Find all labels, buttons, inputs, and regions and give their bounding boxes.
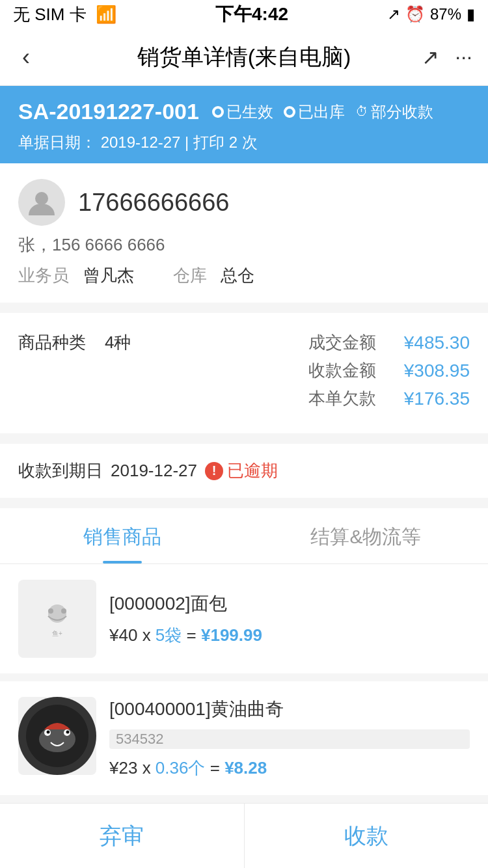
product-img-1: 鱼+ bbox=[18, 580, 96, 658]
svg-point-0 bbox=[35, 192, 48, 205]
customer-section: 17666666666 张，156 6666 6666 业务员 曾凡杰 仓库 总… bbox=[0, 163, 488, 303]
warehouse-item: 仓库 总仓 bbox=[173, 264, 255, 287]
nav-bar: ‹ 销货单详情(来自电脑) ↗︎ ··· bbox=[0, 29, 488, 86]
summary-grid: 商品种类 4种 成交金额 ¥485.30 收款金额 ¥308.95 本单欠款 ¥… bbox=[18, 331, 470, 415]
cancel-button[interactable]: 弃审 bbox=[0, 804, 245, 868]
product-qty-2: 0.36个 bbox=[156, 758, 206, 778]
overdue-text: 已逾期 bbox=[227, 459, 278, 482]
tab-sales-products[interactable]: 销售商品 bbox=[0, 508, 244, 563]
owed-row: 本单欠款 ¥176.35 bbox=[308, 387, 470, 410]
salesperson-item: 业务员 曾凡杰 bbox=[18, 264, 134, 287]
product-img-2 bbox=[18, 697, 96, 775]
banner-date-info: 单据日期： 2019-12-27 | 打印 2 次 bbox=[18, 132, 470, 153]
svg-point-9 bbox=[47, 731, 50, 734]
status-time: 下午4:42 bbox=[215, 2, 288, 27]
due-label: 收款到期日 bbox=[18, 459, 103, 482]
bottom-bar: 弃审 收款 bbox=[0, 803, 488, 868]
alarm-icon: ⏰ bbox=[405, 5, 425, 23]
product-price-1: ¥40 x 5袋 = ¥199.99 bbox=[109, 624, 470, 647]
product-total-1: ¥199.99 bbox=[201, 625, 262, 645]
svg-point-6 bbox=[39, 726, 75, 752]
back-button[interactable]: ‹ bbox=[16, 37, 36, 77]
avatar-icon bbox=[26, 187, 57, 218]
share-icon[interactable]: ↗︎ bbox=[422, 45, 439, 70]
due-section: 收款到期日 2019-12-27 ! 已逾期 bbox=[0, 444, 488, 498]
summary-section: 商品种类 4种 成交金额 ¥485.30 收款金额 ¥308.95 本单欠款 ¥… bbox=[0, 313, 488, 433]
product-qty-1: 5袋 bbox=[156, 625, 182, 645]
amount-row: 成交金额 ¥485.30 bbox=[308, 331, 470, 354]
customer-name: 17666666666 bbox=[78, 189, 229, 217]
confirm-button[interactable]: 收款 bbox=[245, 804, 489, 868]
badge-effective: 已生效 bbox=[212, 102, 273, 122]
product-2-icon bbox=[25, 703, 90, 768]
avatar bbox=[18, 179, 65, 226]
battery-level: 87% bbox=[430, 5, 461, 23]
customer-meta: 业务员 曾凡杰 仓库 总仓 bbox=[18, 264, 470, 287]
svg-point-3 bbox=[61, 608, 66, 614]
product-info-1: [0000002]面包 ¥40 x 5袋 = ¥199.99 bbox=[109, 580, 470, 658]
location-icon: ↗ bbox=[387, 5, 400, 23]
order-id: SA-20191227-001 bbox=[18, 99, 199, 124]
status-bar: 无 SIM 卡 📶 下午4:42 ↗ ⏰ 87% ▮ bbox=[0, 0, 488, 29]
header-banner: SA-20191227-001 已生效 已出库 ⏱ 部分收款 单据日期： 201… bbox=[0, 86, 488, 163]
product-placeholder-icon: 鱼+ bbox=[31, 593, 83, 645]
status-left: 无 SIM 卡 📶 bbox=[13, 3, 116, 26]
customer-sub: 张，156 6666 6666 bbox=[18, 234, 470, 256]
badge-shipped: 已出库 bbox=[284, 102, 345, 122]
status-right: ↗ ⏰ 87% ▮ bbox=[387, 5, 475, 23]
svg-point-10 bbox=[66, 731, 70, 734]
product-item-2: [000400001]黄油曲奇 534532 ¥23 x 0.36个 = ¥8.… bbox=[0, 681, 488, 803]
received-row: 收款金额 ¥308.95 bbox=[308, 359, 470, 382]
effective-dot bbox=[212, 106, 224, 118]
product-info-2: [000400001]黄油曲奇 534532 ¥23 x 0.36个 = ¥8.… bbox=[109, 697, 470, 780]
badge-partial: ⏱ 部分收款 bbox=[355, 102, 433, 122]
tab-settlement[interactable]: 结算&物流等 bbox=[244, 508, 488, 563]
product-total-2: ¥8.28 bbox=[224, 758, 267, 778]
product-item-1: 鱼+ [0000002]面包 ¥40 x 5袋 = ¥199.99 bbox=[0, 564, 488, 681]
more-icon[interactable]: ··· bbox=[455, 45, 472, 69]
summary-left: 商品种类 4种 bbox=[18, 331, 131, 415]
overdue-icon: ! bbox=[205, 462, 223, 480]
tabs-section: 销售商品 结算&物流等 bbox=[0, 508, 488, 564]
product-price-2: ¥23 x 0.36个 = ¥8.28 bbox=[109, 757, 470, 780]
nav-actions: ↗︎ ··· bbox=[422, 45, 472, 70]
product-type-item: 商品种类 4种 bbox=[18, 331, 131, 354]
due-date: 2019-12-27 bbox=[111, 461, 197, 481]
overdue-badge: ! 已逾期 bbox=[205, 459, 278, 482]
product-tag-2: 534532 bbox=[109, 729, 470, 749]
nav-title: 销货单详情(来自电脑) bbox=[137, 42, 351, 72]
tabs-row: 销售商品 结算&物流等 bbox=[0, 508, 488, 564]
summary-right: 成交金额 ¥485.30 收款金额 ¥308.95 本单欠款 ¥176.35 bbox=[308, 331, 470, 415]
battery-icon: ▮ bbox=[467, 5, 475, 23]
shipped-dot bbox=[284, 106, 295, 118]
svg-text:鱼+: 鱼+ bbox=[52, 630, 62, 637]
clock-icon: ⏱ bbox=[355, 104, 368, 119]
product-name-2: [000400001]黄油曲奇 bbox=[109, 697, 470, 722]
customer-row: 17666666666 bbox=[18, 179, 470, 226]
svg-point-2 bbox=[48, 608, 53, 614]
product-name-1: [0000002]面包 bbox=[109, 591, 470, 616]
status-badges: 已生效 已出库 ⏱ 部分收款 bbox=[212, 102, 433, 122]
